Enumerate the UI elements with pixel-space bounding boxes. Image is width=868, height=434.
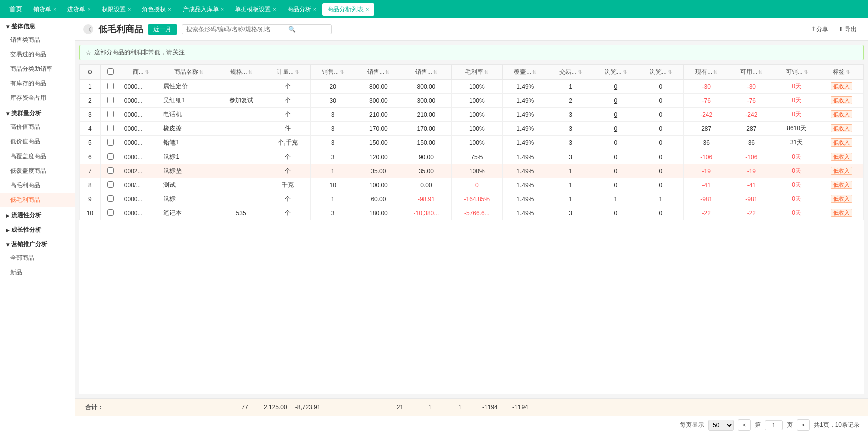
sidebar-item-category-rate[interactable]: 商品分类助销率 (0, 62, 75, 76)
nav-sales[interactable]: 销货单× (28, 3, 61, 16)
cell-name[interactable]: 笔记本 (160, 206, 217, 220)
prev-page-button[interactable]: ＜ (738, 419, 751, 431)
sidebar-item-low-coverage[interactable]: 低覆盖度商品 (0, 164, 75, 178)
nav-permission[interactable]: 权限设置× (97, 3, 136, 16)
cell-browse1[interactable]: 1 (593, 192, 638, 206)
col-gross-margin[interactable]: 毛利率⇅ (451, 65, 502, 80)
sidebar-item-traded-goods[interactable]: 交易过的商品 (0, 47, 75, 62)
nav-analysis-list[interactable]: 商品分析列表× (322, 3, 374, 16)
col-current-stock[interactable]: 现有...⇅ (683, 65, 729, 80)
cell-browse1[interactable]: 0 (593, 80, 638, 94)
cell-checkbox[interactable] (100, 108, 121, 122)
cell-checkbox[interactable] (100, 192, 121, 206)
col-sellable[interactable]: 可销...⇅ (774, 65, 819, 80)
sidebar-item-sales-goods[interactable]: 销售类商品 (0, 33, 75, 47)
cell-checkbox[interactable] (100, 122, 121, 136)
cell-browse1[interactable]: 0 (593, 206, 638, 220)
close-icon[interactable]: × (128, 6, 131, 12)
sidebar-group-growth[interactable]: ▸ 成长性分析 (0, 222, 75, 236)
cell-browse1[interactable]: 0 (593, 108, 638, 122)
cell-name[interactable]: 电话机 (160, 108, 217, 122)
row-checkbox[interactable] (107, 139, 114, 146)
filter-period-button[interactable]: 近一月 (148, 24, 177, 35)
sidebar-item-low-value[interactable]: 低价值商品 (0, 134, 75, 149)
col-unit[interactable]: 计量...⇅ (265, 65, 310, 80)
col-sale-qty[interactable]: 销售...⇅ (310, 65, 356, 80)
col-sale-profit[interactable]: 销售...⇅ (401, 65, 452, 80)
cell-browse1[interactable]: 0 (593, 178, 638, 192)
sidebar-item-stock-capital[interactable]: 库存资金占用 (0, 91, 75, 105)
cell-checkbox[interactable] (100, 164, 121, 178)
nav-product-analysis[interactable]: 商品分析× (282, 3, 321, 16)
col-tag[interactable]: 标签⇅ (819, 65, 864, 80)
cell-name[interactable]: 属性定价 (160, 80, 217, 94)
sidebar-item-high-coverage[interactable]: 高覆盖度商品 (0, 149, 75, 164)
sidebar-item-high-value[interactable]: 高价值商品 (0, 120, 75, 134)
search-input[interactable] (186, 26, 286, 33)
cell-name[interactable]: 测试 (160, 178, 217, 192)
close-icon[interactable]: × (221, 6, 224, 12)
close-icon[interactable]: × (366, 6, 369, 12)
col-code[interactable]: 商...⇅ (121, 65, 160, 80)
cell-name[interactable]: 吴细细1 (160, 94, 217, 108)
per-page-select[interactable]: 50 100 200 (708, 420, 734, 431)
close-icon[interactable]: × (53, 6, 56, 12)
cell-browse1[interactable]: 0 (593, 150, 638, 164)
cell-name[interactable]: 橡皮擦 (160, 122, 217, 136)
cell-browse1[interactable]: 0 (593, 122, 638, 136)
sidebar-collapse-button[interactable]: 《 (83, 24, 93, 34)
search-icon[interactable]: 🔍 (288, 26, 296, 33)
cell-checkbox[interactable] (100, 150, 121, 164)
col-browse2[interactable]: 浏览...⇅ (638, 65, 683, 80)
sidebar-item-all-goods[interactable]: 全部商品 (0, 251, 75, 265)
cell-name[interactable]: 铅笔1 (160, 136, 217, 150)
nav-role[interactable]: 角色授权× (137, 3, 176, 16)
col-name[interactable]: 商品名称⇅ (160, 65, 217, 80)
sidebar-group-cluster[interactable]: ▾ 类群量分析 (0, 105, 75, 120)
col-available[interactable]: 可用...⇅ (729, 65, 774, 80)
cell-name[interactable]: 鼠标 (160, 192, 217, 206)
row-checkbox[interactable] (107, 153, 114, 160)
close-icon[interactable]: × (273, 6, 276, 12)
cell-checkbox[interactable] (100, 178, 121, 192)
col-settings[interactable]: ⚙ (80, 65, 101, 80)
nav-purchase[interactable]: 进货单× (62, 3, 95, 16)
row-checkbox[interactable] (107, 167, 114, 174)
sidebar-group-flow[interactable]: ▸ 流通性分析 (0, 207, 75, 222)
row-checkbox[interactable] (107, 83, 114, 89)
page-input[interactable] (765, 420, 783, 430)
row-checkbox[interactable] (107, 181, 114, 188)
cell-browse1[interactable]: 0 (593, 94, 638, 108)
select-all-checkbox[interactable] (107, 68, 114, 75)
col-trade-count[interactable]: 交易...⇅ (548, 65, 593, 80)
col-coverage[interactable]: 覆盖...⇅ (502, 65, 548, 80)
cell-browse1[interactable]: 0 (593, 136, 638, 150)
row-checkbox[interactable] (107, 195, 114, 202)
nav-home[interactable]: 首页 (4, 3, 27, 16)
col-sale-price[interactable]: 销售...⇅ (356, 65, 401, 80)
close-icon[interactable]: × (87, 6, 90, 12)
row-checkbox[interactable] (107, 97, 114, 103)
sidebar-item-new-goods[interactable]: 新品 (0, 265, 75, 280)
nav-template[interactable]: 单据模板设置× (230, 3, 281, 16)
cell-name[interactable]: 鼠标1 (160, 150, 217, 164)
sidebar-item-low-margin[interactable]: 低毛利商品 (0, 193, 75, 207)
row-checkbox[interactable] (107, 111, 114, 117)
cell-browse1[interactable]: 0 (593, 164, 638, 178)
next-page-button[interactable]: ＞ (797, 419, 810, 431)
sidebar-item-high-margin[interactable]: 高毛利商品 (0, 178, 75, 193)
sidebar-group-marketing[interactable]: ▾ 营销推广分析 (0, 236, 75, 251)
export-button[interactable]: ⬆ 导出 (835, 24, 860, 35)
nav-product-in[interactable]: 产成品入库单× (178, 3, 229, 16)
sidebar-group-overview[interactable]: ▾ 整体信息 (0, 18, 75, 33)
sidebar-item-stock-goods[interactable]: 有库存的商品 (0, 76, 75, 91)
cell-checkbox[interactable] (100, 94, 121, 108)
share-button[interactable]: ⤴ 分享 (809, 24, 831, 35)
col-spec[interactable]: 规格...⇅ (217, 65, 265, 80)
close-icon[interactable]: × (313, 6, 316, 12)
close-icon[interactable]: × (168, 6, 171, 12)
cell-checkbox[interactable] (100, 206, 121, 220)
cell-checkbox[interactable] (100, 136, 121, 150)
cell-name[interactable]: 鼠标垫 (160, 164, 217, 178)
col-browse1[interactable]: 浏览...⇅ (593, 65, 638, 80)
